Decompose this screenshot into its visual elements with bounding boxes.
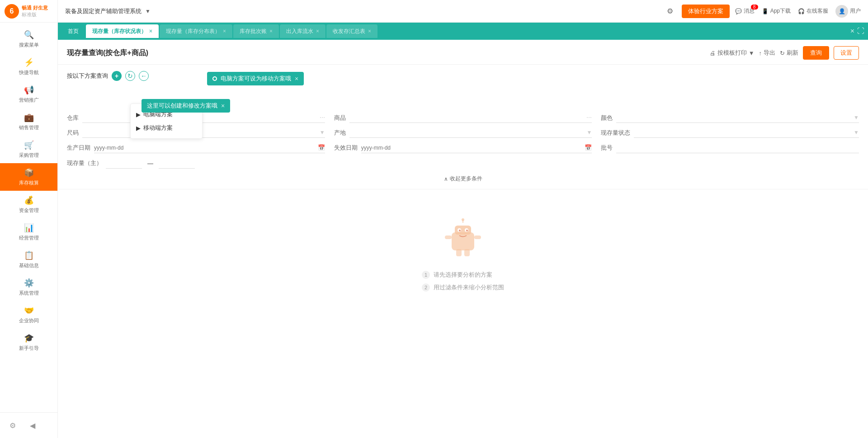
sidebar-item-guide[interactable]: 🎓 新手引导: [0, 329, 57, 356]
online-support-button[interactable]: 🎧 在线客服: [798, 7, 828, 15]
sidebar-item-nav[interactable]: ⚡ 快捷导航: [0, 53, 57, 80]
page-actions: 🖨 按模板打印 ▼ ↑ 导出 ↻ 刷新 查询 设置: [710, 46, 859, 60]
search-button[interactable]: 查询: [803, 46, 829, 60]
color-label: 颜色: [601, 114, 613, 122]
stock-qty-min[interactable]: [106, 158, 142, 169]
sidebar-item-basic[interactable]: 📋 基础信息: [0, 246, 57, 273]
arrow-icon: ▶: [136, 111, 141, 118]
empty-illustration: [440, 217, 486, 262]
purchase-icon: 🛒: [24, 140, 34, 150]
tab-close-icon[interactable]: ×: [223, 28, 226, 34]
tab-close-icon[interactable]: ×: [316, 28, 319, 34]
sidebar-item-search[interactable]: 🔍 搜索菜单: [0, 25, 57, 53]
tooltip-close-icon[interactable]: ×: [221, 102, 225, 109]
collapse-sidebar-button[interactable]: ◀: [24, 417, 41, 433]
logo-icon: 6: [5, 4, 19, 19]
enterprise-icon: 🤝: [24, 306, 34, 316]
basic-icon: 📋: [24, 250, 34, 260]
stock-qty-max[interactable]: [159, 158, 195, 169]
svg-rect-0: [452, 232, 474, 250]
tab-home[interactable]: 首页: [61, 24, 85, 38]
warehouse-select[interactable]: ⋯: [82, 113, 325, 123]
topbar: 装备及固定资产辅助管理系统 ▼ ⚙ 体验行业方案 💬 消息 8 📱 App下载 …: [58, 0, 868, 23]
system-dropdown[interactable]: ▼: [145, 8, 151, 14]
trial-button[interactable]: 体验行业方案: [682, 5, 730, 18]
phone-icon: 📱: [762, 8, 769, 14]
sidebar-item-management[interactable]: 📊 经营管理: [0, 218, 57, 246]
refresh-button[interactable]: ↻ 刷新: [780, 49, 798, 57]
tab-expand-icon[interactable]: ⛶: [857, 27, 864, 35]
tooltip-close-icon[interactable]: ×: [295, 75, 298, 82]
filter-add-button[interactable]: +: [112, 71, 122, 81]
collapse-button[interactable]: ∧ 收起更多条件: [67, 175, 859, 183]
empty-step-1: 1 请先选择要分析的方案: [422, 271, 504, 279]
sidebar-item-label: 系统管理: [19, 290, 39, 297]
size-select[interactable]: ▼: [82, 127, 325, 138]
system-name: 装备及固定资产辅助管理系统: [65, 7, 142, 15]
user-avatar[interactable]: 👤 用户: [835, 5, 861, 18]
tab-close-icon[interactable]: ×: [149, 28, 152, 34]
sidebar-item-purchase[interactable]: 🛒 采购管理: [0, 136, 57, 163]
topbar-title: 装备及固定资产辅助管理系统 ▼: [65, 7, 658, 15]
tab-close-all-icon[interactable]: ×: [850, 27, 854, 35]
filter-row-stock-qty: 现存量（主） —: [67, 158, 325, 169]
batch-label: 批号: [601, 144, 613, 152]
sidebar-bottom: ⚙ ◀: [0, 412, 57, 438]
tab-inventory-dist[interactable]: 现存量（库存分布表） ×: [160, 24, 232, 38]
sidebar-item-enterprise[interactable]: 🤝 企业协同: [0, 301, 57, 329]
tab-close-icon[interactable]: ×: [269, 28, 273, 34]
set-button[interactable]: 设置: [834, 46, 859, 60]
svg-rect-6: [445, 235, 452, 239]
filter-refresh-button[interactable]: ↻: [125, 71, 135, 81]
sidebar-item-label: 新手引导: [19, 345, 39, 352]
marketing-icon: 📢: [24, 85, 34, 95]
logo-text: 畅通 好生意 标准版: [22, 5, 48, 18]
settings-button[interactable]: ⚙: [5, 417, 21, 433]
tab-close-icon[interactable]: ×: [368, 28, 371, 34]
sales-icon: 💼: [24, 113, 34, 122]
tab-inventory-status[interactable]: 现存量（库存状况表） ×: [86, 24, 159, 38]
stock-qty-label: 现存量（主）: [67, 159, 102, 167]
tab-summary[interactable]: 收发存汇总表 ×: [326, 24, 377, 38]
sidebar-item-system[interactable]: ⚙️ 系统管理: [0, 273, 57, 301]
sidebar-item-sales[interactable]: 💼 销售管理: [0, 108, 57, 136]
scheme-item-mobile[interactable]: ▶ 移动端方案: [131, 121, 202, 135]
filter-area: 按以下方案查询 + ↻ ← ▶ 电脑端方案 ▶ 移动端方案: [58, 65, 868, 189]
sidebar-item-finance[interactable]: 💰 资金管理: [0, 191, 57, 218]
sidebar-item-label: 快捷导航: [19, 69, 39, 76]
color-select[interactable]: ▼: [616, 113, 859, 123]
svg-rect-7: [474, 235, 481, 239]
filter-row-produce-date: 生产日期 📅: [67, 142, 325, 153]
sidebar-item-label: 营销推广: [19, 97, 39, 104]
app-download-button[interactable]: 📱 App下载: [762, 7, 791, 15]
stock-status-select[interactable]: ▼: [634, 127, 859, 138]
collapse-icon: ∧: [444, 176, 448, 182]
sidebar-item-marketing[interactable]: 📢 营销推广: [0, 80, 57, 108]
print-icon: 🖨: [710, 50, 716, 57]
expire-date-field[interactable]: [361, 145, 583, 151]
calendar-icon[interactable]: 📅: [318, 144, 325, 151]
sidebar-item-inventory[interactable]: 📦 库存核算: [0, 163, 57, 191]
print-button[interactable]: 🖨 按模板打印 ▼: [710, 49, 755, 57]
product-select[interactable]: ⋯: [349, 113, 592, 123]
sidebar-item-label: 搜索菜单: [19, 42, 39, 48]
export-button[interactable]: ↑ 导出: [759, 49, 776, 57]
guide-icon: 🎓: [24, 333, 34, 343]
arrow-icon: ▶: [136, 125, 141, 132]
batch-input[interactable]: [616, 142, 859, 153]
print-dropdown-icon: ▼: [749, 50, 755, 57]
tab-inout-flow[interactable]: 出入库流水 ×: [280, 24, 326, 38]
filter-arrow-button[interactable]: ←: [139, 71, 149, 81]
filter-header: 按以下方案查询 + ↻ ←: [67, 71, 859, 81]
export-icon: ↑: [759, 50, 762, 57]
expire-date-input[interactable]: 📅: [361, 142, 592, 153]
produce-date-field[interactable]: [94, 145, 316, 151]
tab-batch-account[interactable]: 库存批次账 ×: [233, 24, 279, 38]
calendar-icon[interactable]: 📅: [585, 144, 592, 151]
sidebar-logo: 6 畅通 好生意 标准版: [0, 0, 57, 23]
topbar-settings-button[interactable]: ⚙: [664, 5, 676, 18]
message-button[interactable]: 💬 消息 8: [735, 7, 755, 15]
scheme-tooltip: 电脑方案可设为移动方案哦 ×: [207, 72, 304, 85]
produce-date-input[interactable]: 📅: [94, 142, 325, 153]
origin-select[interactable]: ▼: [349, 127, 592, 138]
